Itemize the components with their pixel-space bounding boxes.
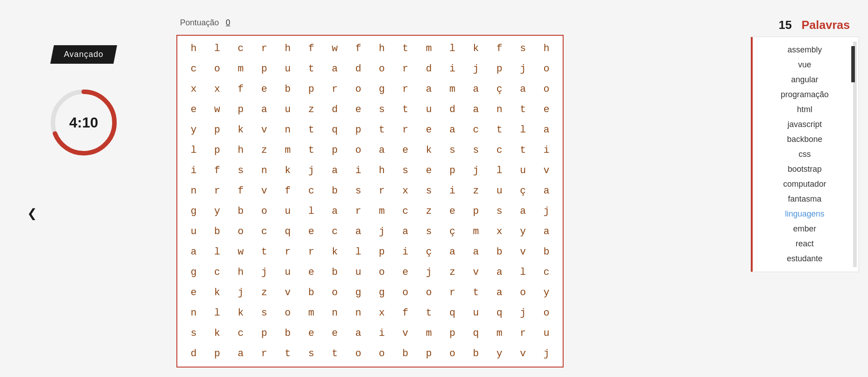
grid-cell[interactable]: e (182, 283, 205, 303)
grid-cell[interactable]: o (535, 79, 558, 99)
grid-cell[interactable]: j (464, 59, 488, 79)
grid-cell[interactable]: a (394, 221, 417, 242)
grid-cell[interactable]: r (441, 283, 464, 303)
grid-cell[interactable]: a (488, 283, 511, 303)
grid-cell[interactable]: o (205, 59, 229, 79)
grid-cell[interactable]: k (276, 160, 299, 181)
grid-cell[interactable]: z (464, 181, 488, 201)
grid-cell[interactable]: l (511, 120, 535, 140)
grid-cell[interactable]: u (276, 59, 299, 79)
grid-cell[interactable]: l (511, 262, 535, 283)
grid-cell[interactable]: n (276, 120, 299, 140)
grid-cell[interactable]: v (535, 160, 558, 181)
grid-cell[interactable]: i (441, 181, 464, 201)
grid-cell[interactable]: c (323, 221, 346, 242)
grid-cell[interactable]: m (417, 38, 441, 59)
grid-cell[interactable]: ç (417, 242, 441, 262)
grid-cell[interactable]: r (205, 181, 229, 201)
word-item[interactable]: bootstrap (751, 162, 859, 177)
grid-cell[interactable]: h (535, 38, 558, 59)
grid-cell[interactable]: l (488, 160, 511, 181)
grid-cell[interactable]: x (370, 303, 394, 323)
grid-cell[interactable]: o (441, 344, 464, 364)
grid-cell[interactable]: j (370, 221, 394, 242)
grid-cell[interactable]: p (417, 344, 441, 364)
grid-cell[interactable]: t (252, 242, 276, 262)
grid-cell[interactable]: t (299, 120, 323, 140)
grid-cell[interactable]: a (441, 242, 464, 262)
grid-cell[interactable]: z (252, 283, 276, 303)
grid-cell[interactable]: c (394, 201, 417, 221)
grid-cell[interactable]: w (323, 38, 346, 59)
grid-cell[interactable]: b (276, 323, 299, 344)
grid-cell[interactable]: s (394, 160, 417, 181)
grid-cell[interactable]: b (394, 344, 417, 364)
word-item[interactable]: estudante (751, 251, 859, 266)
grid-cell[interactable]: o (370, 59, 394, 79)
grid-cell[interactable]: u (535, 323, 558, 344)
grid-cell[interactable]: f (394, 303, 417, 323)
grid-cell[interactable]: e (417, 120, 441, 140)
grid-cell[interactable]: b (205, 221, 229, 242)
grid-cell[interactable]: k (205, 283, 229, 303)
grid-cell[interactable]: c (205, 262, 229, 283)
grid-cell[interactable]: n (323, 303, 346, 323)
word-item[interactable]: html (751, 102, 859, 117)
grid-cell[interactable]: o (252, 201, 276, 221)
grid-cell[interactable]: s (299, 344, 323, 364)
grid-cell[interactable]: a (323, 160, 346, 181)
grid-cell[interactable]: m (299, 303, 323, 323)
grid-cell[interactable]: a (464, 242, 488, 262)
grid-cell[interactable]: f (299, 38, 323, 59)
back-arrow-button[interactable]: ❮ (27, 204, 37, 224)
grid-cell[interactable]: m (229, 59, 252, 79)
grid-cell[interactable]: t (417, 303, 441, 323)
grid-cell[interactable]: t (370, 120, 394, 140)
grid-cell[interactable]: m (441, 79, 464, 99)
grid-cell[interactable]: s (370, 99, 394, 120)
grid-cell[interactable]: c (464, 120, 488, 140)
grid-cell[interactable]: b (299, 283, 323, 303)
grid-cell[interactable]: o (511, 283, 535, 303)
grid-cell[interactable]: s (182, 323, 205, 344)
grid-cell[interactable]: e (346, 99, 370, 120)
grid-cell[interactable]: c (182, 59, 205, 79)
grid-cell[interactable]: p (205, 120, 229, 140)
grid-cell[interactable]: s (441, 140, 464, 160)
grid-cell[interactable]: u (182, 221, 205, 242)
grid-cell[interactable]: a (511, 201, 535, 221)
grid-cell[interactable]: o (346, 344, 370, 364)
grid-cell[interactable]: e (417, 160, 441, 181)
grid-cell[interactable]: i (182, 160, 205, 181)
grid-cell[interactable]: t (299, 140, 323, 160)
grid-cell[interactable]: ç (441, 221, 464, 242)
grid-cell[interactable]: u (511, 160, 535, 181)
grid-cell[interactable]: a (346, 221, 370, 242)
grid-cell[interactable]: j (299, 160, 323, 181)
grid-cell[interactable]: m (488, 323, 511, 344)
grid-cell[interactable]: p (205, 344, 229, 364)
grid-cell[interactable]: p (252, 59, 276, 79)
grid-cell[interactable]: v (276, 283, 299, 303)
grid-cell[interactable]: s (252, 303, 276, 323)
grid-cell[interactable]: n (346, 303, 370, 323)
grid-cell[interactable]: i (370, 323, 394, 344)
grid-cell[interactable]: p (346, 120, 370, 140)
grid-cell[interactable]: e (394, 140, 417, 160)
grid-cell[interactable]: n (182, 181, 205, 201)
grid-cell[interactable]: e (441, 201, 464, 221)
grid-cell[interactable]: a (229, 344, 252, 364)
grid-cell[interactable]: c (488, 140, 511, 160)
grid-cell[interactable]: e (182, 99, 205, 120)
grid-cell[interactable]: v (511, 242, 535, 262)
grid-cell[interactable]: s (511, 38, 535, 59)
grid-cell[interactable]: r (299, 242, 323, 262)
grid-cell[interactable]: a (370, 140, 394, 160)
grid-cell[interactable]: i (394, 242, 417, 262)
grid-cell[interactable]: l (182, 140, 205, 160)
grid-cell[interactable]: i (441, 59, 464, 79)
grid-cell[interactable]: b (276, 79, 299, 99)
grid-cell[interactable]: b (323, 262, 346, 283)
grid-cell[interactable]: r (276, 242, 299, 262)
grid-cell[interactable]: b (464, 344, 488, 364)
